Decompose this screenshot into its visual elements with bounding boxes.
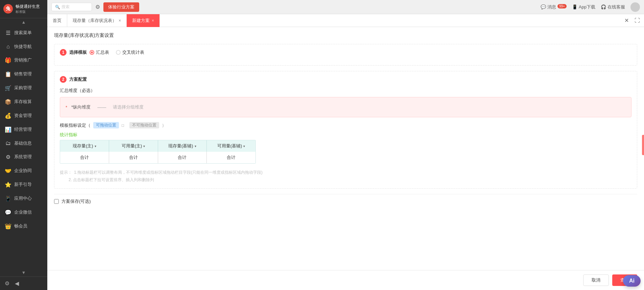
topbar-gear-icon[interactable]: ⚙ — [95, 4, 100, 10]
tab-close-button[interactable]: ✕ — [622, 17, 630, 25]
stats-table-body: 合计 合计 合计 合计 — [60, 152, 255, 163]
main-area: 🔍 搜索 ⚙ 体验行业方案 💬 消息 99+ 📱 App下载 🎧 在线客服 首页 — [47, 0, 644, 290]
sidebar-scroll: ☰ 搜索菜单 ⌂ 快捷导航 🎁 营销推广 📋 销售管理 🛒 采购管理 📦 库存核… — [0, 26, 47, 269]
membership-icon: 👑 — [5, 223, 11, 229]
sidebar-settings-icon[interactable]: ⚙ — [5, 280, 9, 287]
page-title: 现存量(库存状况表)方案设置 — [54, 32, 637, 39]
sidebar-footer: ⚙ ◀ — [0, 276, 47, 290]
col-chevron-2: ▾ — [195, 144, 196, 148]
sidebar-item-app-center[interactable]: 📱 应用中心 — [0, 192, 47, 206]
cell-0-2: 合计 — [158, 152, 207, 163]
radio-cross[interactable]: 交叉统计表 — [116, 49, 144, 55]
tabs-actions: ✕ ⛶ — [622, 17, 644, 25]
dimension-label: 汇总维度（必选） — [60, 88, 631, 94]
tab-inventory[interactable]: 现存量（库存状况表） × — [67, 14, 127, 27]
sidebar-scroll-down[interactable]: ▼ — [0, 269, 47, 276]
col-header-1[interactable]: 可用量(主) ▾ — [109, 140, 158, 152]
vertical-dimension-label: *纵向维度 — [71, 104, 91, 110]
section-plan-config: 2 方案配置 汇总维度（必选） * *纵向维度 —— 请选择分组维度 模板指标设… — [54, 71, 637, 189]
sidebar-item-search-menu[interactable]: ☰ 搜索菜单 — [0, 26, 47, 40]
tips-section: 提示： 1.拖动标题栏可以调整布局，不可跨维度或指标区域拖动栏目字段(只能在同一… — [60, 169, 631, 184]
tab-inventory-close[interactable]: × — [119, 18, 121, 23]
template-radio-group: 汇总表 交叉统计表 — [90, 49, 144, 55]
save-checkbox[interactable] — [54, 199, 59, 204]
sidebar-item-quick-nav[interactable]: ⌂ 快捷导航 — [0, 40, 47, 53]
trial-button[interactable]: 体验行业方案 — [103, 2, 139, 12]
sidebar-item-sales[interactable]: 📋 销售管理 — [0, 67, 47, 81]
sidebar-item-inventory[interactable]: 📦 库存核算 — [0, 95, 47, 109]
search-icon: 🔍 — [55, 5, 60, 9]
newbie-icon: ⭐ — [5, 182, 11, 188]
section1-header: 1 选择模板 汇总表 交叉统计表 — [60, 49, 631, 56]
required-star: * — [66, 105, 67, 110]
topbar-message[interactable]: 💬 消息 99+ — [541, 4, 567, 10]
tab-new-plan-close[interactable]: × — [152, 18, 154, 23]
topbar: 🔍 搜索 ⚙ 体验行业方案 💬 消息 99+ 📱 App下载 🎧 在线客服 — [47, 0, 644, 14]
app-center-icon: 📱 — [5, 195, 11, 202]
sidebar-item-finance[interactable]: 💰 资金管理 — [0, 109, 47, 123]
sidebar-item-operations[interactable]: 📊 经营管理 — [0, 123, 47, 137]
user-avatar[interactable] — [630, 2, 640, 12]
right-edge-indicator — [642, 135, 644, 155]
quick-nav-icon: ⌂ — [5, 44, 11, 50]
topbar-right: 💬 消息 99+ 📱 App下载 🎧 在线客服 — [541, 2, 640, 12]
radio-cross-dot — [116, 50, 121, 55]
stats-table-header: 现存量(主) ▾ 可用量(主) ▾ 现存量(基辅) ▾ 可用量(基辅) — [60, 140, 255, 152]
col-chevron-0: ▾ — [95, 144, 96, 148]
dimension-placeholder: 请选择分组维度 — [113, 104, 144, 110]
topbar-online-service[interactable]: 🎧 在线客服 — [601, 4, 625, 10]
basic-info-icon: 🗂 — [5, 140, 11, 146]
topbar-app-download[interactable]: 📱 App下载 — [572, 4, 595, 10]
finance-icon: 💰 — [5, 113, 11, 119]
save-label: 方案保存(可选) — [61, 198, 91, 204]
search-menu-icon: ☰ — [5, 30, 11, 36]
sidebar-item-enterprise[interactable]: 🤝 企业协同 — [0, 164, 47, 178]
radio-summary[interactable]: 汇总表 — [90, 49, 109, 55]
tip-label: 提示： — [60, 169, 72, 176]
col-chevron-1: ▾ — [143, 144, 145, 148]
save-section: 方案保存(可选) — [54, 194, 637, 204]
col-chevron-3: ▾ — [243, 144, 245, 148]
non-draggable-badge: 不可拖动位置 — [129, 122, 159, 128]
tab-expand-button[interactable]: ⛶ — [633, 17, 641, 25]
sidebar-item-basic-info[interactable]: 🗂 基础信息 — [0, 137, 47, 150]
operations-icon: 📊 — [5, 126, 11, 133]
cell-0-1: 合计 — [109, 152, 158, 163]
col-header-2[interactable]: 现存量(基辅) ▾ — [158, 140, 207, 152]
sidebar-item-purchase[interactable]: 🛒 采购管理 — [0, 81, 47, 95]
section2-num: 2 — [60, 76, 67, 83]
template-indicator: 模板指标设定（ 可拖动位置 □ 不可拖动位置 ） — [60, 122, 631, 128]
cell-0-0: 合计 — [60, 152, 109, 163]
inventory-icon: 📦 — [5, 99, 11, 105]
app-logo-icon: 兔 — [3, 4, 13, 14]
sidebar-item-newbie[interactable]: ⭐ 新手引导 — [0, 178, 47, 192]
sidebar-item-membership[interactable]: 👑 畅会员 — [0, 219, 47, 233]
tab-home[interactable]: 首页 — [47, 14, 67, 27]
page-content: 现存量(库存状况表)方案设置 1 选择模板 汇总表 交叉统计表 — [47, 27, 644, 270]
stats-label: 统计指标 — [60, 132, 631, 138]
tab-new-plan[interactable]: 新建方案 × — [127, 14, 160, 27]
radio-summary-dot — [90, 50, 94, 55]
cancel-button[interactable]: 取消 — [583, 274, 609, 286]
page-inner: 现存量(库存状况表)方案设置 1 选择模板 汇总表 交叉统计表 — [47, 27, 644, 270]
col-header-0[interactable]: 现存量(主) ▾ — [60, 140, 109, 152]
sidebar-collapse-icon[interactable]: ◀ — [15, 280, 19, 287]
headset-icon: 🎧 — [601, 4, 606, 9]
sidebar-item-wechat[interactable]: 💬 企业微信 — [0, 206, 47, 219]
sidebar-item-system[interactable]: ⚙ 系统管理 — [0, 150, 47, 164]
col-header-3[interactable]: 可用量(基辅) ▾ — [207, 140, 255, 152]
ai-fab-button[interactable]: Ai — [623, 275, 641, 287]
sidebar-item-marketing[interactable]: 🎁 营销推广 — [0, 53, 47, 67]
bottom-bar: 取消 查询 — [47, 270, 644, 290]
sidebar-scroll-up[interactable]: ▲ — [0, 18, 47, 26]
section-choose-template: 1 选择模板 汇总表 交叉统计表 — [54, 44, 637, 66]
app-download-icon: 📱 — [572, 4, 577, 9]
app-logo-text: 畅捷通好生意 标准版 — [16, 4, 40, 14]
marketing-icon: 🎁 — [5, 57, 11, 64]
dimension-required-area[interactable]: * *纵向维度 —— 请选择分组维度 — [60, 97, 631, 117]
stats-table: 现存量(主) ▾ 可用量(主) ▾ 现存量(基辅) ▾ 可用量(基辅) — [60, 140, 256, 164]
topbar-search[interactable]: 🔍 搜索 — [51, 3, 92, 11]
dimension-dash: —— — [97, 105, 106, 110]
section1-num: 1 — [60, 49, 67, 56]
tabs-bar: 首页 现存量（库存状况表） × 新建方案 × ✕ ⛶ — [47, 14, 644, 27]
